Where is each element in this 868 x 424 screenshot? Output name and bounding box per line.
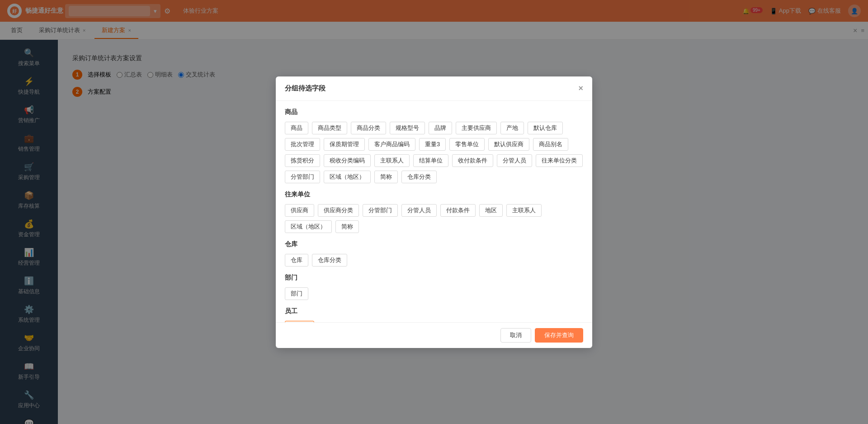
modal-overlay: 分组待选字段 × 商品商品商品类型商品分类规格型号品牌主要供应商产地默认仓库批次… [0, 0, 868, 424]
tag-item-0-22[interactable]: 分管部门 [285, 171, 320, 183]
tag-item-0-7[interactable]: 默认仓库 [528, 122, 563, 134]
dialog-footer: 取消 保存并查询 [276, 322, 592, 348]
tag-item-1-1[interactable]: 供应商分类 [318, 204, 359, 217]
tag-item-0-15[interactable]: 拣货积分 [285, 154, 320, 167]
tag-item-0-5[interactable]: 主要供应商 [456, 122, 497, 134]
tag-item-1-5[interactable]: 地区 [479, 204, 503, 217]
tag-item-0-4[interactable]: 品牌 [429, 122, 452, 134]
tag-grid-0: 商品商品类型商品分类规格型号品牌主要供应商产地默认仓库批次管理保质期管理客户商品… [285, 122, 583, 183]
section-title-0: 商品 [285, 108, 583, 116]
tag-item-1-7[interactable]: 区域（地区） [285, 220, 332, 233]
tag-item-0-25[interactable]: 仓库分类 [401, 171, 437, 183]
tag-grid-3: 部门 [285, 287, 583, 300]
tag-item-0-24[interactable]: 简称 [374, 171, 398, 183]
tag-item-0-3[interactable]: 规格型号 [390, 122, 425, 134]
section-title-2: 仓库 [285, 240, 583, 248]
tag-grid-2: 仓库仓库分类 [285, 254, 583, 267]
tag-item-3-0[interactable]: 部门 [285, 287, 308, 300]
dialog-header: 分组待选字段 × [276, 76, 592, 101]
tag-item-0-16[interactable]: 税收分类编码 [324, 154, 371, 167]
tag-item-0-17[interactable]: 主联系人 [374, 154, 410, 167]
tag-item-0-9[interactable]: 保质期管理 [324, 138, 365, 151]
tag-grid-1: 供应商供应商分类分管部门分管人员付款条件地区主联系人区域（地区）简称 [285, 204, 583, 233]
tag-item-0-21[interactable]: 往来单位分类 [536, 154, 583, 167]
dialog: 分组待选字段 × 商品商品商品类型商品分类规格型号品牌主要供应商产地默认仓库批次… [276, 76, 592, 348]
tag-item-0-8[interactable]: 批次管理 [285, 138, 320, 151]
tag-item-0-6[interactable]: 产地 [500, 122, 524, 134]
tag-item-0-13[interactable]: 默认供应商 [488, 138, 529, 151]
tag-item-0-0[interactable]: 商品 [285, 122, 308, 134]
section-title-4: 员工 [285, 307, 583, 315]
tag-item-0-10[interactable]: 客户商品编码 [368, 138, 415, 151]
tag-item-0-18[interactable]: 结算单位 [413, 154, 448, 167]
section-title-1: 往来单位 [285, 191, 583, 199]
dialog-title: 分组待选字段 [285, 84, 326, 93]
tag-item-0-19[interactable]: 收付款条件 [452, 154, 493, 167]
cancel-button[interactable]: 取消 [500, 328, 531, 343]
tag-item-1-6[interactable]: 主联系人 [506, 204, 542, 217]
tag-item-2-0[interactable]: 仓库 [285, 254, 308, 267]
tag-item-2-1[interactable]: 仓库分类 [312, 254, 347, 267]
tag-item-0-1[interactable]: 商品类型 [312, 122, 347, 134]
tag-item-0-23[interactable]: 区域（地区） [324, 171, 371, 183]
tag-item-1-8[interactable]: 简称 [335, 220, 359, 233]
tag-item-0-2[interactable]: 商品分类 [351, 122, 386, 134]
section-title-3: 部门 [285, 274, 583, 282]
tag-item-0-14[interactable]: 商品别名 [533, 138, 568, 151]
tag-item-0-20[interactable]: 分管人员 [497, 154, 532, 167]
confirm-button[interactable]: 保存并查询 [535, 328, 583, 343]
tag-item-1-4[interactable]: 付款条件 [440, 204, 476, 217]
tag-item-1-0[interactable]: 供应商 [285, 204, 314, 217]
tag-item-0-11[interactable]: 重量3 [419, 138, 446, 151]
tag-item-0-12[interactable]: 零售单位 [449, 138, 485, 151]
dialog-close-icon[interactable]: × [578, 84, 583, 93]
dialog-body[interactable]: 商品商品商品类型商品分类规格型号品牌主要供应商产地默认仓库批次管理保质期管理客户… [276, 101, 592, 322]
tag-item-1-2[interactable]: 分管部门 [363, 204, 398, 217]
tag-item-1-3[interactable]: 分管人员 [401, 204, 437, 217]
